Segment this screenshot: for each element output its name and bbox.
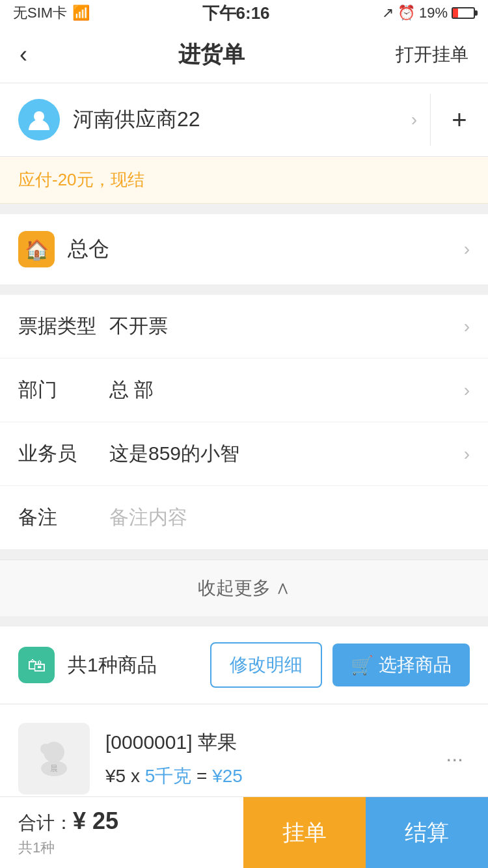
battery-icon xyxy=(452,7,475,19)
total-count: 共1种 xyxy=(18,838,225,858)
department-row[interactable]: 部门 总 部 › xyxy=(0,359,488,422)
product-info: [0000001] 苹果 ¥5 x 5千克 = ¥25 xyxy=(105,729,439,789)
remark-row[interactable]: 备注 备注内容 xyxy=(0,486,488,549)
products-icon: 🛍 xyxy=(27,655,46,676)
invoice-type-chevron-icon: › xyxy=(464,316,470,337)
svg-text:晨: 晨 xyxy=(50,764,58,773)
invoice-type-row[interactable]: 票据类型 不开票 › xyxy=(0,295,488,359)
checkout-button[interactable]: 结算 xyxy=(366,797,488,868)
select-product-label: 选择商品 xyxy=(379,653,452,677)
notice-bar: 应付-20元，现结 xyxy=(0,157,488,204)
product-more-button[interactable]: ··· xyxy=(439,740,470,778)
checkout-label: 结算 xyxy=(405,818,449,848)
status-bar: 无SIM卡 📶 下午6:16 ↗ ⏰ 19% xyxy=(0,0,488,26)
supplier-chevron-icon: › xyxy=(411,109,417,130)
product-multiply: x xyxy=(131,766,145,786)
collapse-label: 收起更多 ∧ xyxy=(198,576,291,601)
warehouse-chevron-icon: › xyxy=(464,239,470,260)
alarm-icon: ⏰ xyxy=(398,5,415,21)
collapse-bar[interactable]: 收起更多 ∧ xyxy=(0,560,488,616)
page-title: 进货单 xyxy=(178,40,245,70)
product-thumbnail: 晨 xyxy=(18,723,90,794)
supplier-name: 河南供应商22 xyxy=(73,105,411,134)
remark-label: 备注 xyxy=(18,504,109,531)
product-name: [0000001] 苹果 xyxy=(105,729,439,756)
product-quantity: 5千克 xyxy=(145,766,192,786)
supplier-section: 河南供应商22 › + xyxy=(0,83,488,157)
supplier-row[interactable]: 河南供应商22 › xyxy=(0,83,430,156)
products-count: 共1种商品 xyxy=(68,652,210,679)
notice-text: 应付-20元，现结 xyxy=(18,170,144,189)
warehouse-icon: 🏠 xyxy=(25,238,49,261)
suspend-button[interactable]: 挂单 xyxy=(243,797,366,868)
department-value: 总 部 xyxy=(109,377,464,403)
status-bar-left: 无SIM卡 📶 xyxy=(13,3,90,23)
department-label: 部门 xyxy=(18,377,109,403)
total-label: 合计： xyxy=(18,811,73,835)
select-product-button[interactable]: 🛒 选择商品 xyxy=(332,644,470,686)
total-section: 合计： ¥ 25 共1种 xyxy=(0,797,243,868)
back-button[interactable]: ‹ xyxy=(20,41,27,68)
form-section: 票据类型 不开票 › 部门 总 部 › 业务员 这是859的小智 › 备注 备注… xyxy=(0,295,488,549)
add-supplier-button[interactable]: + xyxy=(431,83,488,156)
select-product-icon: 🛒 xyxy=(351,655,373,676)
department-chevron-icon: › xyxy=(464,380,470,401)
battery-percent: 19% xyxy=(419,5,448,21)
product-equals: = xyxy=(197,766,212,786)
salesperson-row[interactable]: 业务员 这是859的小智 › xyxy=(0,422,488,486)
content-area: 河南供应商22 › + 应付-20元，现结 🏠 总仓 › 票据类型 不开票 › … xyxy=(0,83,488,868)
supplier-avatar xyxy=(18,99,60,141)
invoice-type-label: 票据类型 xyxy=(18,313,109,340)
warehouse-name: 总仓 xyxy=(68,235,464,264)
modify-detail-button[interactable]: 修改明细 xyxy=(210,642,322,688)
invoice-type-value: 不开票 xyxy=(109,313,464,340)
warehouse-section: 🏠 总仓 › xyxy=(0,214,488,284)
bottom-bar: 合计： ¥ 25 共1种 挂单 结算 xyxy=(0,796,488,868)
carrier-label: 无SIM卡 xyxy=(13,3,67,23)
suspend-label: 挂单 xyxy=(282,818,327,848)
salesperson-label: 业务员 xyxy=(18,441,109,467)
product-price: ¥5 x 5千克 = ¥25 xyxy=(105,764,439,789)
wifi-icon: 📶 xyxy=(72,5,90,21)
status-bar-right: ↗ ⏰ 19% xyxy=(382,5,475,21)
product-unit-price: ¥5 xyxy=(105,766,126,786)
remark-value: 备注内容 xyxy=(109,504,470,531)
warehouse-icon-wrap: 🏠 xyxy=(18,231,55,267)
warehouse-row[interactable]: 🏠 总仓 › xyxy=(0,214,488,284)
open-suspend-button[interactable]: 打开挂单 xyxy=(396,42,468,67)
salesperson-value: 这是859的小智 xyxy=(109,441,464,467)
product-total-price: ¥25 xyxy=(212,766,243,786)
status-time: 下午6:16 xyxy=(202,2,270,25)
salesperson-chevron-icon: › xyxy=(464,444,470,465)
products-icon-wrap: 🛍 xyxy=(18,647,55,683)
svg-point-2 xyxy=(40,744,51,754)
total-amount: ¥ 25 xyxy=(73,807,118,835)
nav-bar: ‹ 进货单 打开挂单 xyxy=(0,26,488,83)
location-icon: ↗ xyxy=(382,5,394,21)
products-header: 🛍 共1种商品 修改明细 🛒 选择商品 xyxy=(0,627,488,703)
